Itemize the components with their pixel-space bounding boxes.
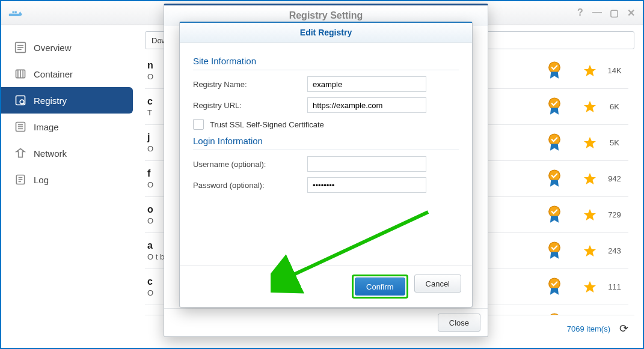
sidebar-item-overview[interactable]: Overview <box>1 34 136 61</box>
sidebar-item-label: Log <box>34 175 49 185</box>
registry-url-label: Registry URL: <box>193 101 307 110</box>
sidebar-item-label: Registry <box>34 96 67 106</box>
username-input[interactable] <box>307 156 426 172</box>
registry-icon <box>14 94 26 106</box>
trust-ssl-label: Trust SSL Self-Signed Certificate <box>210 120 324 129</box>
star-icon <box>583 136 597 150</box>
item-count: 5K <box>603 138 626 147</box>
star-icon <box>583 64 597 78</box>
container-icon <box>14 68 26 80</box>
sidebar-item-image[interactable]: Image <box>1 114 136 140</box>
sidebar-item-label: Network <box>34 148 67 159</box>
sidebar-item-label: Container <box>34 69 73 79</box>
verified-badge-icon <box>544 97 565 117</box>
item-count: 111 <box>603 282 626 291</box>
username-label: Username (optional): <box>193 160 307 169</box>
star-icon <box>583 100 597 114</box>
sidebar-item-label: Overview <box>34 43 72 53</box>
item-count: 243 <box>603 246 626 255</box>
star-icon <box>583 208 597 222</box>
verified-badge-icon <box>544 133 565 153</box>
svg-point-14 <box>20 100 24 104</box>
items-count: 7069 item(s) <box>567 324 610 333</box>
item-count: 729 <box>603 210 626 219</box>
registry-name-label: Registry Name: <box>193 80 307 89</box>
sidebar-item-label: Image <box>34 122 59 132</box>
sidebar-item-registry[interactable]: Registry <box>1 87 133 114</box>
item-count: 14K <box>603 66 626 75</box>
verified-badge-icon <box>544 241 565 261</box>
sidebar: Overview Container Registry Image Networ… <box>1 25 136 348</box>
modal-title: Edit Registry <box>180 23 472 43</box>
verified-badge-icon <box>544 169 565 189</box>
verified-badge-icon <box>544 277 565 297</box>
section-login-info: Login Information <box>193 136 459 150</box>
instruction-arrow-icon <box>271 205 439 295</box>
password-label: Password (optional): <box>193 181 307 190</box>
image-icon <box>14 121 26 133</box>
sidebar-item-container[interactable]: Container <box>1 61 136 87</box>
verified-badge-icon <box>544 205 565 225</box>
svg-line-32 <box>289 212 428 277</box>
item-count: 942 <box>603 174 626 183</box>
star-icon <box>583 280 597 294</box>
registry-url-input[interactable] <box>307 97 426 113</box>
trust-ssl-checkbox[interactable]: Trust SSL Self-Signed Certificate <box>193 119 459 130</box>
registry-name-input[interactable] <box>307 76 426 92</box>
section-site-info: Site Information <box>193 56 459 70</box>
sidebar-item-network[interactable]: Network <box>1 140 136 166</box>
verified-badge-icon <box>544 61 565 81</box>
star-icon <box>583 244 597 258</box>
item-count: 6K <box>603 102 626 111</box>
reload-icon[interactable]: ⟳ <box>619 322 628 335</box>
sidebar-item-log[interactable]: Log <box>1 166 136 193</box>
network-icon <box>14 147 26 159</box>
close-button[interactable]: Close <box>438 314 480 332</box>
overview-icon <box>14 41 26 53</box>
log-icon <box>14 174 26 186</box>
star-icon <box>583 172 597 186</box>
password-input[interactable] <box>307 177 426 193</box>
